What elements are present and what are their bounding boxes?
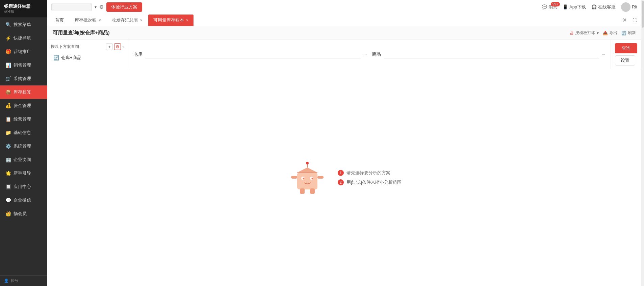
tab-home-label: 首页 — [55, 17, 64, 23]
shortcut-icon: ⚡ — [5, 35, 11, 41]
topbar-gear-icon[interactable]: ⚙ — [99, 4, 104, 10]
sidebar-item-label: 应用中心 — [14, 184, 31, 190]
sidebar-item-purchase[interactable]: 🛒 采购管理 — [0, 72, 47, 85]
tip-num-1: 1 — [338, 170, 344, 176]
tab-summary-label: 收发存汇总表 — [112, 17, 138, 23]
sidebar-item-sales[interactable]: 📊 销售管理 — [0, 58, 47, 72]
headset-icon: 🎧 — [591, 4, 597, 9]
basic-icon: 📁 — [5, 130, 11, 135]
topbar-dropdown-btn[interactable]: ▾ — [95, 5, 97, 9]
tab-available[interactable]: 可用量库存账本 × — [148, 15, 194, 26]
svg-rect-7 — [291, 176, 297, 179]
page-actions: 🖨 按模板打印 ▾ 📤 导出 🔄 刷新 — [570, 30, 636, 36]
scheme-item-warehouse-goods[interactable]: 🔄 仓库+商品 — [51, 53, 125, 63]
tab-batch-close[interactable]: × — [99, 18, 101, 23]
sidebar-item-enterprise[interactable]: 🏢 企业协同 — [0, 153, 47, 166]
sidebar-item-label: 基础信息 — [14, 130, 31, 136]
sidebar-item-marketing[interactable]: 🎁 营销推广 — [0, 45, 47, 58]
refresh-icon: 🔄 — [621, 31, 626, 35]
print-label: 按模板打印 — [575, 30, 595, 36]
export-icon: 📤 — [603, 31, 608, 35]
trial-btn[interactable]: 体验行业方案 — [106, 2, 142, 12]
mobile-icon: 📱 — [563, 4, 568, 9]
tab-summary-close[interactable]: × — [140, 18, 143, 23]
svg-point-5 — [303, 178, 304, 180]
topbar-search-input[interactable] — [51, 3, 92, 11]
sidebar-item-label: 营销推广 — [14, 49, 31, 55]
sidebar-item-finance[interactable]: 💰 资金管理 — [0, 99, 47, 112]
svg-point-6 — [311, 178, 313, 180]
sidebar-item-search[interactable]: 🔍 搜索菜单 — [0, 18, 47, 31]
export-label: 导出 — [609, 30, 617, 36]
tab-summary[interactable]: 收发存汇总表 × — [107, 15, 148, 26]
goods-filter-group: 商品 ··· — [372, 50, 605, 58]
search-icon: 🔍 — [5, 22, 11, 27]
warehouse-input[interactable] — [145, 50, 361, 58]
query-area: 按以下方案查询 + ⚙ « 🔄 仓库+商品 仓库 ··· — [47, 40, 641, 69]
tab-available-close[interactable]: × — [186, 18, 188, 23]
empty-tips: 1 请先选择要分析的方案 2 用[过滤]条件来缩小分析范围 — [338, 170, 402, 185]
tab-expand-btn[interactable]: ⛶ — [630, 16, 639, 24]
marketing-icon: 🎁 — [5, 49, 11, 54]
sidebar-footer: 👤 账号 — [0, 275, 47, 286]
sidebar-item-appstore[interactable]: 🔲 应用中心 — [0, 180, 47, 193]
topbar: ▾ ⚙ 体验行业方案 💬 消息 99+ 📱 App下载 🎧 在线客服 Rit — [47, 0, 641, 14]
online-service-btn[interactable]: 🎧 在线客服 — [591, 4, 616, 10]
scheme-item-label: 仓库+商品 — [61, 55, 81, 61]
sidebar-item-label: 企业协同 — [14, 157, 31, 163]
scheme-settings-btn[interactable]: ⚙ — [114, 43, 121, 50]
svg-point-12 — [306, 162, 309, 164]
settings-btn[interactable]: 设置 — [615, 55, 635, 66]
refresh-btn[interactable]: 🔄 刷新 — [621, 30, 636, 36]
member-icon: 👑 — [5, 211, 11, 216]
tabs-right: ✕ ⛶ — [620, 16, 639, 24]
scheme-add-btn[interactable]: + — [106, 43, 113, 50]
export-btn[interactable]: 📤 导出 — [603, 30, 617, 36]
print-icon: 🖨 — [570, 31, 574, 35]
sidebar-item-label: 库存核算 — [14, 89, 31, 95]
brand-name: 畅康通好生意 — [4, 3, 43, 9]
message-btn[interactable]: 💬 消息 99+ — [542, 4, 557, 10]
warehouse-more-btn[interactable]: ··· — [363, 52, 367, 57]
main-area: ▾ ⚙ 体验行业方案 💬 消息 99+ 📱 App下载 🎧 在线客服 Rit — [47, 0, 641, 286]
query-btn[interactable]: 查询 — [615, 43, 637, 53]
user-name: Rit — [632, 4, 637, 9]
topbar-right: 💬 消息 99+ 📱 App下载 🎧 在线客服 Rit — [542, 2, 637, 12]
sidebar-item-newuser[interactable]: 🌟 新手引导 — [0, 166, 47, 180]
enterprise-icon: 🏢 — [5, 157, 11, 162]
sidebar-item-label: 资金管理 — [14, 103, 31, 109]
svg-rect-10 — [310, 188, 315, 194]
sidebar-item-label: 畅会员 — [14, 211, 27, 217]
app-download-btn[interactable]: 📱 App下载 — [563, 4, 586, 10]
sidebar-item-label: 经营管理 — [14, 116, 31, 122]
user-avatar[interactable]: Rit — [621, 2, 637, 12]
sidebar-item-member[interactable]: 👑 畅会员 — [0, 207, 47, 220]
right-edge-scrollbar[interactable] — [641, 0, 644, 286]
sidebar-item-shortcut[interactable]: ⚡ 快捷导航 — [0, 31, 47, 45]
scheme-panel: 按以下方案查询 + ⚙ « 🔄 仓库+商品 — [47, 40, 128, 69]
print-btn[interactable]: 🖨 按模板打印 ▾ — [570, 30, 599, 36]
warehouse-filter-group: 仓库 ··· — [134, 50, 367, 58]
goods-input[interactable] — [384, 50, 599, 58]
goods-label: 商品 — [372, 51, 381, 57]
sidebar-item-basic[interactable]: 📁 基础信息 — [0, 126, 47, 139]
sidebar-item-inventory[interactable]: 📦 库存核算 — [0, 85, 47, 99]
scrollbar-thumb — [642, 1, 644, 28]
print-dropdown-icon: ▾ — [597, 31, 599, 35]
finance-icon: 💰 — [5, 103, 11, 108]
sidebar-item-operations[interactable]: 📋 经营管理 — [0, 112, 47, 126]
sidebar-item-wechat[interactable]: 💬 企业微信 — [0, 193, 47, 207]
inventory-icon: 📦 — [5, 89, 11, 95]
warehouse-label: 仓库 — [134, 51, 143, 57]
empty-illustration — [287, 157, 328, 198]
goods-more-btn[interactable]: ··· — [602, 52, 605, 57]
scheme-collapse-btn[interactable]: « — [122, 44, 125, 49]
tab-batch[interactable]: 库存批次账 × — [70, 15, 106, 26]
tab-home[interactable]: 首页 — [50, 15, 69, 26]
svg-rect-8 — [317, 176, 324, 179]
sidebar-item-label: 新手引导 — [14, 170, 31, 176]
tab-close-all-btn[interactable]: ✕ — [620, 16, 628, 24]
refresh-label: 刷新 — [628, 30, 636, 36]
sidebar-item-system[interactable]: ⚙️ 系统管理 — [0, 139, 47, 153]
sidebar-header: 畅康通好生意 标准版 — [0, 0, 47, 18]
